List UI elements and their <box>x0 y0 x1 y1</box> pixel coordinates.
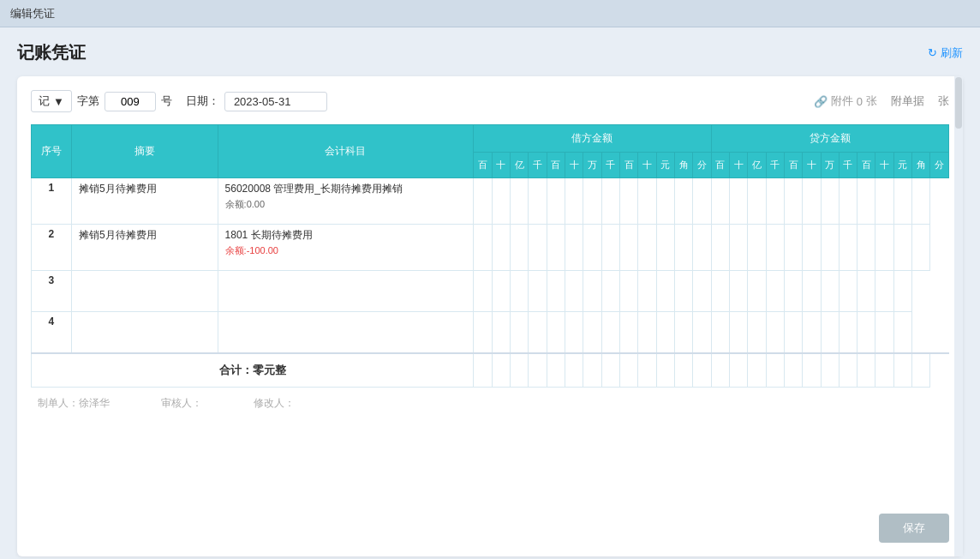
amount-cell[interactable] <box>619 225 637 271</box>
amount-cell[interactable] <box>875 271 893 312</box>
amount-cell[interactable] <box>656 271 674 312</box>
subject-cell[interactable] <box>218 271 474 312</box>
amount-cell[interactable] <box>601 312 619 353</box>
amount-cell[interactable] <box>638 312 656 353</box>
amount-cell[interactable] <box>547 225 565 271</box>
amount-cell[interactable] <box>893 312 911 353</box>
amount-cell[interactable] <box>858 312 875 353</box>
amount-cell[interactable] <box>893 225 911 271</box>
summary-cell[interactable]: 摊销5月待摊费用 <box>71 178 218 225</box>
amount-cell[interactable] <box>619 271 637 312</box>
amount-cell[interactable] <box>510 312 528 353</box>
amount-cell[interactable] <box>875 225 893 271</box>
amount-cell[interactable] <box>565 312 583 353</box>
subject-cell[interactable]: 1801 长期待摊费用 余额:-100.00 <box>218 225 474 271</box>
amount-cell[interactable] <box>803 225 821 271</box>
amount-cell[interactable] <box>601 271 619 312</box>
amount-cell[interactable] <box>674 178 692 225</box>
amount-cell[interactable] <box>510 271 528 312</box>
amount-cell[interactable] <box>729 225 747 271</box>
amount-cell[interactable] <box>729 312 747 353</box>
summary-cell[interactable] <box>71 312 218 353</box>
zi-number-input[interactable] <box>105 92 156 111</box>
amount-cell[interactable] <box>875 178 893 225</box>
amount-cell[interactable] <box>858 178 875 225</box>
scrollbar[interactable] <box>954 76 963 556</box>
amount-cell[interactable] <box>510 178 528 225</box>
amount-cell[interactable] <box>583 225 601 271</box>
amount-cell[interactable] <box>565 271 583 312</box>
amount-cell[interactable] <box>547 312 565 353</box>
amount-cell[interactable] <box>693 312 711 353</box>
date-input[interactable] <box>224 92 327 111</box>
amount-cell[interactable] <box>601 225 619 271</box>
amount-cell[interactable] <box>912 178 930 225</box>
amount-cell[interactable] <box>784 271 802 312</box>
amount-cell[interactable] <box>693 178 711 225</box>
amount-cell[interactable] <box>821 178 839 225</box>
amount-cell[interactable] <box>839 178 857 225</box>
amount-cell[interactable] <box>748 225 766 271</box>
summary-cell[interactable]: 摊销5月待摊费用 <box>71 225 218 271</box>
amount-cell[interactable] <box>693 225 711 271</box>
amount-cell[interactable] <box>529 225 547 271</box>
amount-cell[interactable] <box>529 312 547 353</box>
amount-cell[interactable] <box>583 178 601 225</box>
save-button[interactable]: 保存 <box>879 514 949 543</box>
amount-cell[interactable] <box>748 271 766 312</box>
amount-cell[interactable] <box>529 271 547 312</box>
amount-cell[interactable] <box>492 178 510 225</box>
amount-cell[interactable] <box>711 312 729 353</box>
amount-cell[interactable] <box>601 178 619 225</box>
subject-cell[interactable]: 56020008 管理费用_长期待摊费用摊销 余额:0.00 <box>218 178 474 225</box>
amount-cell[interactable] <box>912 225 930 271</box>
amount-cell[interactable] <box>711 271 729 312</box>
amount-cell[interactable] <box>693 271 711 312</box>
amount-cell[interactable] <box>638 271 656 312</box>
amount-cell[interactable] <box>619 312 637 353</box>
amount-cell[interactable] <box>893 271 911 312</box>
amount-cell[interactable] <box>803 178 821 225</box>
amount-cell[interactable] <box>674 312 692 353</box>
amount-cell[interactable] <box>547 271 565 312</box>
amount-cell[interactable] <box>766 225 784 271</box>
amount-cell[interactable] <box>674 225 692 271</box>
amount-cell[interactable] <box>474 312 492 353</box>
attach-link[interactable]: 🔗 附件 0 张 <box>814 93 877 109</box>
amount-cell[interactable] <box>583 271 601 312</box>
amount-cell[interactable] <box>784 225 802 271</box>
amount-cell[interactable] <box>711 225 729 271</box>
amount-cell[interactable] <box>839 312 857 353</box>
amount-cell[interactable] <box>821 225 839 271</box>
amount-cell[interactable] <box>583 312 601 353</box>
amount-cell[interactable] <box>766 178 784 225</box>
amount-cell[interactable] <box>821 271 839 312</box>
amount-cell[interactable] <box>492 271 510 312</box>
amount-cell[interactable] <box>729 271 747 312</box>
amount-cell[interactable] <box>893 178 911 225</box>
amount-cell[interactable] <box>674 271 692 312</box>
amount-cell[interactable] <box>656 225 674 271</box>
amount-cell[interactable] <box>748 312 766 353</box>
amount-cell[interactable] <box>638 178 656 225</box>
amount-cell[interactable] <box>529 178 547 225</box>
amount-cell[interactable] <box>638 225 656 271</box>
amount-cell[interactable] <box>858 271 875 312</box>
amount-cell[interactable] <box>748 178 766 225</box>
amount-cell[interactable] <box>766 312 784 353</box>
amount-cell[interactable] <box>474 178 492 225</box>
amount-cell[interactable] <box>656 178 674 225</box>
amount-cell[interactable] <box>729 178 747 225</box>
amount-cell[interactable] <box>619 178 637 225</box>
amount-cell[interactable] <box>565 225 583 271</box>
ji-select[interactable]: 记 ▼ <box>31 90 72 112</box>
subject-cell[interactable] <box>218 312 474 353</box>
amount-cell[interactable] <box>839 225 857 271</box>
amount-cell[interactable] <box>565 178 583 225</box>
amount-cell[interactable] <box>839 271 857 312</box>
amount-cell[interactable] <box>803 271 821 312</box>
amount-cell[interactable] <box>821 312 839 353</box>
amount-cell[interactable] <box>803 312 821 353</box>
amount-cell[interactable] <box>766 271 784 312</box>
summary-cell[interactable] <box>71 271 218 312</box>
